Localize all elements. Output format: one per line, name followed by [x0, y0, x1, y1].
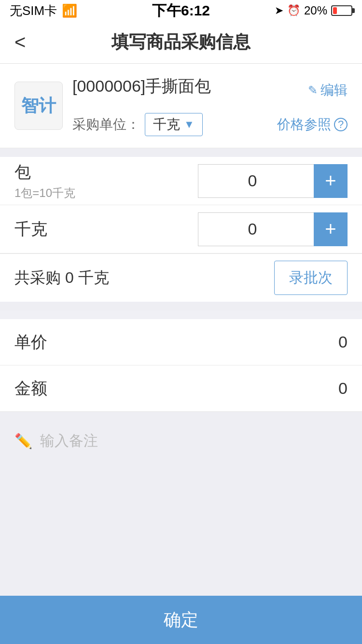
status-time: 下午6:12	[152, 1, 210, 21]
battery-icon	[331, 5, 352, 16]
confirm-bar[interactable]: 确定	[0, 596, 362, 644]
kg-input-row: 千克 +	[0, 205, 362, 253]
summary-row: 共采购 0 千克 录批次	[0, 253, 362, 302]
status-bar: 无SIM卡 📶 下午6:12 ➤ ⏰ 20%	[0, 0, 362, 21]
status-right: ➤ ⏰ 20%	[275, 4, 352, 17]
product-info: [0000006]手撕面包 ✎ 编辑 采购单位： 千克 ▼ 价格参照 ?	[72, 75, 348, 136]
kg-plus-button[interactable]: +	[314, 212, 348, 246]
price-ref-help-icon: ?	[334, 118, 348, 131]
bao-main-label: 包	[14, 161, 75, 183]
unit-select[interactable]: 千克 ▼	[145, 113, 203, 136]
confirm-button-label: 确定	[164, 608, 198, 632]
edit-icon: ✎	[308, 84, 318, 97]
divider-2	[0, 302, 362, 310]
product-card: 智计 [0000006]手撕面包 ✎ 编辑 采购单位： 千克 ▼ 价格参照 ?	[0, 64, 362, 148]
product-unit-row: 采购单位： 千克 ▼ 价格参照 ?	[72, 113, 348, 136]
purchase-unit-label: 采购单位：	[72, 115, 140, 134]
edit-button[interactable]: ✎ 编辑	[308, 81, 348, 99]
unit-price-row: 单价 0	[0, 319, 362, 365]
edit-label: 编辑	[320, 81, 348, 99]
carrier-text: 无SIM卡	[10, 2, 57, 19]
page-title: 填写商品采购信息	[111, 30, 251, 54]
status-left: 无SIM卡 📶	[10, 2, 77, 19]
bao-quantity-input[interactable]	[198, 164, 314, 198]
dropdown-arrow-icon: ▼	[184, 118, 195, 131]
wifi-icon: 📶	[62, 3, 77, 18]
remark-placeholder: 输入备注	[40, 431, 98, 451]
nav-bar: < 填写商品采购信息	[0, 21, 362, 64]
back-button[interactable]: <	[14, 31, 26, 53]
kg-main-label: 千克	[14, 218, 47, 240]
divider-1	[0, 148, 362, 157]
owl-logo-text: 智计	[21, 94, 56, 118]
bottom-spacer	[0, 470, 362, 615]
product-name: [0000006]手撕面包	[72, 75, 211, 98]
alarm-icon: ⏰	[287, 4, 300, 17]
remark-section[interactable]: ✏️ 输入备注	[0, 412, 362, 470]
location-icon: ➤	[275, 4, 283, 17]
bao-input-right: +	[198, 164, 348, 198]
record-batch-button[interactable]: 录批次	[274, 261, 348, 295]
price-ref-button[interactable]: 价格参照 ?	[277, 115, 348, 134]
price-ref-label: 价格参照	[277, 115, 331, 134]
bao-plus-button[interactable]: +	[314, 164, 348, 198]
pencil-icon: ✏️	[14, 433, 32, 449]
unit-price-value: 0	[338, 333, 348, 351]
bao-sub-label: 1包=10千克	[14, 185, 75, 201]
kg-quantity-input[interactable]	[198, 212, 314, 246]
amount-label: 金额	[14, 378, 47, 400]
bao-label-group: 包 1包=10千克	[14, 161, 75, 201]
kg-input-right: +	[198, 212, 348, 246]
product-image: 智计	[14, 82, 63, 130]
amount-row: 金额 0	[0, 365, 362, 412]
input-section: 包 1包=10千克 + 千克 +	[0, 157, 362, 253]
amount-value: 0	[338, 379, 348, 398]
product-logo: 智计	[19, 86, 58, 125]
unit-value: 千克	[153, 115, 180, 134]
summary-text: 共采购 0 千克	[14, 267, 109, 289]
bao-input-row: 包 1包=10千克 +	[0, 157, 362, 205]
battery-percent: 20%	[304, 4, 327, 17]
unit-price-label: 单价	[14, 331, 47, 353]
kg-label-group: 千克	[14, 218, 47, 240]
price-section: 单价 0 金额 0	[0, 319, 362, 412]
